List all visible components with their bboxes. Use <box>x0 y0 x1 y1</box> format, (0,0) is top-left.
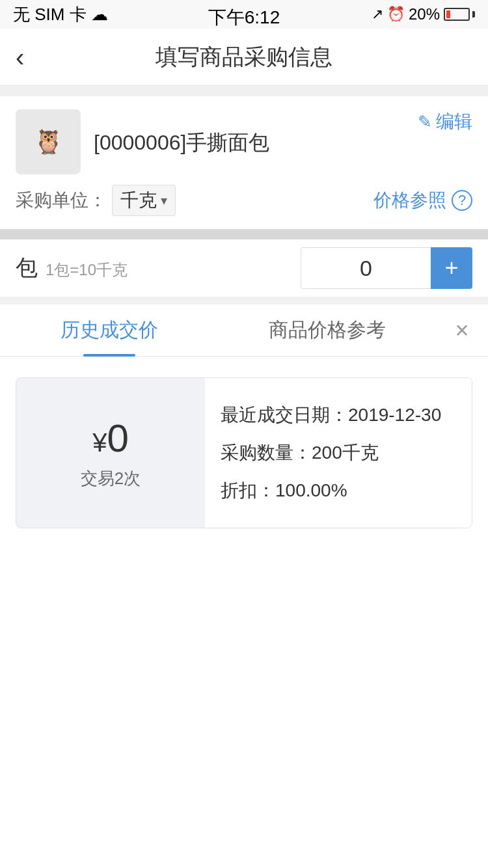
tab-history-price[interactable]: 历史成交价 <box>0 305 218 357</box>
sim-signal-text: 无 SIM 卡 ☁ <box>13 3 108 26</box>
discount-value: 100.00% <box>275 480 347 500</box>
product-image: 🦉 <box>16 109 81 174</box>
status-time: 下午6:12 <box>208 5 280 30</box>
price-ref-button[interactable]: 价格参照 ? <box>373 188 472 213</box>
price-symbol: ¥ <box>92 428 107 457</box>
tab-content-history: ¥0 交易2次 最近成交日期：2019-12-30 采购数量：200千克 折扣：… <box>0 357 488 549</box>
battery-body <box>444 8 470 21</box>
bottom-space <box>0 549 488 868</box>
quantity-input[interactable] <box>301 247 431 289</box>
status-left: 无 SIM 卡 ☁ <box>13 3 108 26</box>
price-ref-icon: ? <box>452 190 472 211</box>
unit-label: 采购单位： <box>16 188 107 213</box>
tab-product-label: 商品价格参考 <box>269 317 386 344</box>
purchase-qty-value: 200千克 <box>312 442 379 463</box>
product-name: [0000006]手撕面包 <box>94 126 269 157</box>
product-left: 🦉 [0000006]手撕面包 <box>16 109 269 174</box>
location-icon: ↗ <box>372 6 383 23</box>
purchase-qty-label: 采购数量： <box>221 442 312 463</box>
history-price-value: ¥0 <box>92 416 129 461</box>
purchase-qty-row: 采购数量：200千克 <box>221 439 456 467</box>
history-price-card: ¥0 交易2次 最近成交日期：2019-12-30 采购数量：200千克 折扣：… <box>16 377 472 528</box>
quantity-unit-small: 1包=10千克 <box>46 260 128 280</box>
tabs-header: 历史成交价 商品价格参考 × <box>0 305 488 357</box>
page-title: 填写商品采购信息 <box>156 42 332 72</box>
recent-date-label: 最近成交日期： <box>221 405 348 425</box>
trade-count: 交易2次 <box>81 467 141 490</box>
recent-date-value: 2019-12-30 <box>348 405 441 425</box>
status-right: ↗ ⏰ 20% <box>372 5 475 23</box>
edit-icon: ✎ <box>418 112 432 132</box>
back-button[interactable]: ‹ <box>16 44 24 70</box>
price-number: 0 <box>107 416 128 460</box>
quantity-label-group: 包 1包=10千克 <box>16 253 128 283</box>
quantity-row: 包 1包=10千克 + <box>0 239 488 297</box>
edit-button[interactable]: ✎ 编辑 <box>418 109 472 134</box>
tab-underline <box>83 354 135 357</box>
unit-select[interactable]: 千克 ▾ <box>112 185 176 216</box>
battery-fill <box>446 10 450 18</box>
tabs-panel: 历史成交价 商品价格参考 × ¥0 交易2次 最近成交日期：2019-12-30… <box>0 305 488 549</box>
section-divider <box>0 229 488 239</box>
product-card: 🦉 [0000006]手撕面包 ✎ 编辑 采购单位： 千克 ▾ 价格参照 ? <box>0 96 488 229</box>
discount-label: 折扣： <box>221 480 275 500</box>
quantity-unit-big: 包 <box>16 253 38 283</box>
chevron-down-icon: ▾ <box>161 193 167 208</box>
page-header: ‹ 填写商品采购信息 <box>0 29 488 86</box>
alarm-icon: ⏰ <box>387 6 405 23</box>
edit-label: 编辑 <box>436 109 472 134</box>
discount-row: 折扣：100.00% <box>221 477 456 504</box>
tab-product-price[interactable]: 商品价格参考 <box>218 305 436 357</box>
history-card-right: 最近成交日期：2019-12-30 采购数量：200千克 折扣：100.00% <box>205 378 472 528</box>
tab-history-label: 历史成交价 <box>61 317 158 344</box>
recent-date-row: 最近成交日期：2019-12-30 <box>221 401 456 429</box>
price-ref-label: 价格参照 <box>373 188 446 213</box>
unit-value: 千克 <box>120 188 157 213</box>
history-card-left: ¥0 交易2次 <box>16 378 205 528</box>
quantity-input-group: + <box>301 247 472 289</box>
product-logo: 🦉 <box>34 128 63 156</box>
unit-selector-group: 采购单位： 千克 ▾ <box>16 185 176 216</box>
product-unit-row: 采购单位： 千克 ▾ 价格参照 ? <box>16 185 472 216</box>
product-top: 🦉 [0000006]手撕面包 ✎ 编辑 <box>16 109 472 174</box>
battery-icon <box>444 8 475 21</box>
status-bar: 无 SIM 卡 ☁ 下午6:12 ↗ ⏰ 20% <box>0 0 488 29</box>
quantity-plus-button[interactable]: + <box>431 247 472 289</box>
close-tab-button[interactable]: × <box>436 305 488 357</box>
battery-tip <box>472 11 475 18</box>
battery-percent: 20% <box>409 5 440 23</box>
